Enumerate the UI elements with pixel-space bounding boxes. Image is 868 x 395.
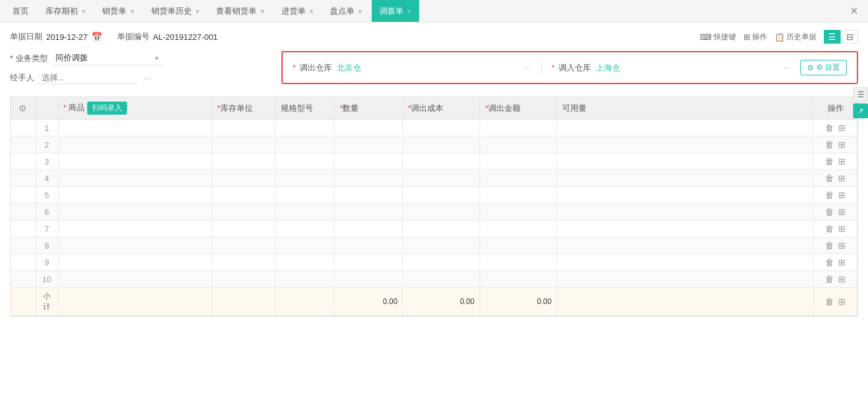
- row-product-cell[interactable]: [58, 237, 212, 254]
- row-product-cell[interactable]: [58, 204, 212, 221]
- row-cost-cell[interactable]: [403, 120, 480, 136]
- row-cost-cell[interactable]: [403, 204, 480, 221]
- tab-view-sales-close[interactable]: ×: [260, 7, 264, 15]
- row-product-cell[interactable]: [58, 271, 212, 288]
- tab-view-sales[interactable]: 查看销货单 ×: [209, 0, 272, 22]
- row-product-cell[interactable]: [58, 153, 212, 170]
- tab-purchase-order-close[interactable]: ×: [309, 7, 313, 15]
- row-qty-cell[interactable]: [334, 221, 403, 237]
- row-qty-cell[interactable]: [334, 254, 403, 271]
- tab-sales-order-close[interactable]: ×: [130, 7, 134, 15]
- business-type-select[interactable]: 同价调拨 ▼: [52, 51, 164, 65]
- row-copy-icon[interactable]: ⊞: [838, 156, 846, 166]
- row-delete-icon[interactable]: 🗑: [825, 274, 834, 284]
- tab-inventory-check-label: 盘点单: [330, 6, 354, 17]
- row-delete-icon[interactable]: 🗑: [825, 297, 834, 307]
- row-cost-cell[interactable]: [403, 170, 480, 187]
- tab-inventory-check-close[interactable]: ×: [358, 7, 362, 15]
- tab-inventory-init-close[interactable]: ×: [82, 7, 85, 15]
- target-warehouse-more[interactable]: ···: [783, 63, 790, 72]
- row-amount-cell[interactable]: [480, 271, 557, 288]
- source-warehouse-more[interactable]: ···: [524, 63, 531, 72]
- main-content: 单据日期 2019-12-27 📅 单据编号 AL-20191227-001 ⌨…: [0, 22, 868, 324]
- view-grid-button[interactable]: ⊟: [842, 30, 858, 44]
- tab-sales-history-close[interactable]: ×: [196, 7, 199, 15]
- th-product: * 商品 扫码录入: [58, 97, 212, 120]
- row-amount-cell[interactable]: [480, 187, 557, 204]
- row-qty-cell[interactable]: [334, 204, 403, 221]
- row-copy-icon[interactable]: ⊞: [838, 173, 846, 183]
- row-product-cell[interactable]: [58, 221, 212, 237]
- row-copy-icon[interactable]: ⊞: [838, 274, 846, 284]
- row-cost-cell[interactable]: [403, 271, 480, 288]
- row-copy-icon[interactable]: ⊞: [838, 297, 846, 307]
- row-amount-cell[interactable]: [480, 120, 557, 136]
- row-copy-icon[interactable]: ⊞: [838, 257, 846, 267]
- right-panel-list-icon[interactable]: ☰: [853, 87, 868, 102]
- row-amount-cell[interactable]: [480, 136, 557, 153]
- row-product-cell[interactable]: [58, 254, 212, 271]
- window-close-icon[interactable]: ✕: [845, 5, 863, 17]
- history-button[interactable]: 📋 历史单据: [775, 32, 816, 42]
- scan-button[interactable]: 扫码录入: [87, 102, 127, 115]
- row-cost-cell[interactable]: [403, 237, 480, 254]
- row-delete-icon[interactable]: 🗑: [825, 156, 834, 166]
- row-amount-cell[interactable]: [480, 153, 557, 170]
- tab-inventory-check[interactable]: 盘点单 ×: [323, 0, 370, 22]
- tab-home[interactable]: 首页: [5, 0, 37, 22]
- row-delete-icon[interactable]: 🗑: [825, 207, 834, 217]
- row-qty-cell[interactable]: [334, 120, 403, 136]
- row-qty-cell[interactable]: [334, 153, 403, 170]
- target-warehouse-value[interactable]: 上海仓: [596, 62, 620, 74]
- row-cost-cell[interactable]: [403, 221, 480, 237]
- handler-input[interactable]: [38, 72, 138, 84]
- row-product-cell[interactable]: [58, 170, 212, 187]
- source-warehouse-value[interactable]: 北京仓: [337, 62, 361, 74]
- row-product-cell[interactable]: [58, 120, 212, 136]
- right-panel-export-icon[interactable]: ↗: [853, 103, 868, 118]
- row-gear-cell: [11, 221, 35, 237]
- table-gear-icon[interactable]: ⚙: [19, 103, 27, 113]
- tab-transfer-close[interactable]: ×: [407, 7, 411, 15]
- row-product-cell[interactable]: [58, 136, 212, 153]
- row-amount-cell[interactable]: [480, 170, 557, 187]
- row-amount-cell[interactable]: [480, 204, 557, 221]
- row-delete-icon[interactable]: 🗑: [825, 190, 834, 200]
- row-cost-cell[interactable]: [403, 187, 480, 204]
- row-qty-cell[interactable]: [334, 271, 403, 288]
- row-amount-cell[interactable]: [480, 254, 557, 271]
- row-copy-icon[interactable]: ⊞: [838, 207, 846, 217]
- tab-transfer[interactable]: 调拨单 ×: [372, 0, 419, 22]
- row-copy-icon[interactable]: ⊞: [838, 190, 846, 200]
- row-delete-icon[interactable]: 🗑: [825, 224, 834, 234]
- tab-sales-history[interactable]: 销货单历史 ×: [144, 0, 207, 22]
- row-copy-icon[interactable]: ⊞: [838, 224, 846, 234]
- row-qty-cell[interactable]: [334, 170, 403, 187]
- row-qty-cell[interactable]: [334, 187, 403, 204]
- row-copy-icon[interactable]: ⊞: [838, 123, 846, 133]
- tab-purchase-order[interactable]: 进货单 ×: [274, 0, 321, 22]
- calendar-icon[interactable]: 📅: [92, 32, 102, 42]
- row-delete-icon[interactable]: 🗑: [825, 257, 834, 267]
- row-delete-icon[interactable]: 🗑: [825, 140, 834, 150]
- shortcut-button[interactable]: ⌨ 快捷键: [700, 32, 736, 42]
- operation-button[interactable]: ⊞ 操作: [743, 32, 767, 42]
- row-amount-cell[interactable]: [480, 221, 557, 237]
- row-product-cell[interactable]: [58, 187, 212, 204]
- tab-inventory-init[interactable]: 库存期初 ×: [38, 0, 93, 22]
- row-copy-icon[interactable]: ⊞: [838, 240, 846, 250]
- row-delete-icon[interactable]: 🗑: [825, 240, 834, 250]
- row-qty-cell[interactable]: [334, 136, 403, 153]
- row-copy-icon[interactable]: ⊞: [838, 140, 846, 150]
- row-cost-cell[interactable]: [403, 254, 480, 271]
- handler-more-icon[interactable]: ···: [144, 74, 151, 83]
- row-cost-cell[interactable]: [403, 153, 480, 170]
- tab-sales-order[interactable]: 销货单 ×: [95, 0, 142, 22]
- row-cost-cell[interactable]: [403, 136, 480, 153]
- row-amount-cell[interactable]: [480, 237, 557, 254]
- settings-button[interactable]: ⚙ ⚙ 设置: [800, 60, 847, 75]
- row-delete-icon[interactable]: 🗑: [825, 123, 834, 133]
- row-delete-icon[interactable]: 🗑: [825, 173, 834, 183]
- view-list-button[interactable]: ☰: [824, 30, 841, 44]
- row-qty-cell[interactable]: [334, 237, 403, 254]
